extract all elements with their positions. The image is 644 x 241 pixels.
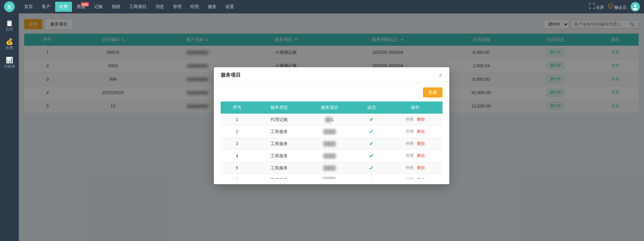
svg-text:V: V <box>610 5 612 8</box>
status-check-icon: ✔ <box>369 129 374 134</box>
modal-cell-action: 停用 删除 <box>388 174 443 179</box>
modal-cell-status: ✔ <box>355 138 388 150</box>
modal-col-status: 状态 <box>355 102 388 114</box>
avatar[interactable] <box>631 2 640 11</box>
modal-cell-type: 工商服务 <box>254 138 304 150</box>
vip-label[interactable]: V 畅会员 <box>608 3 627 10</box>
stop-button[interactable]: 停用 <box>406 165 414 170</box>
nav-bookkeeping[interactable]: 记账 <box>90 2 107 12</box>
modal-cell-action: 停用 删除 <box>388 150 443 162</box>
modal-cell-seq: 2 <box>221 126 254 138</box>
list-item: 4 工商服务 ████ ✔ 停用 删除 <box>221 150 443 162</box>
status-check-icon: ✔ <box>369 141 374 147</box>
modal-cell-seq: 4 <box>221 150 254 162</box>
list-item: 6 工商服务 ████ ✔ 停用 删除 <box>221 174 443 179</box>
status-check-icon: ✔ <box>369 153 374 159</box>
nav-message[interactable]: 消息 <box>151 2 168 12</box>
billing-icon: 💰 <box>6 39 13 45</box>
list-item: 2 工商服务 ████ ✔ 停用 删除 <box>221 126 443 138</box>
reconcile-icon: 📊 <box>6 57 13 63</box>
modal-cell-item: ████ <box>304 174 355 179</box>
modal-table: 序号 服务类型 服务项目 状态 操作 1 代理记账 ██1 ✔ <box>221 102 443 179</box>
modal-cell-item: ████ <box>304 150 355 162</box>
nav-invoice[interactable]: 票据 new <box>73 2 89 12</box>
service-items-modal: 服务项目 × 新建 序号 服务类型 服务项目 <box>214 67 449 184</box>
status-check-icon: ✔ <box>369 165 374 171</box>
modal-cell-status: ✔ <box>355 162 388 174</box>
modal-cell-action: 停用 删除 <box>388 126 443 138</box>
sidebar-item-contract[interactable]: 📋 合同 <box>1 17 18 35</box>
modal-cell-item: ████ <box>304 138 355 150</box>
nav-customer[interactable]: 客户 <box>38 2 54 12</box>
svg-rect-7 <box>589 7 590 9</box>
list-item: 1 代理记账 ██1 ✔ 停用 删除 <box>221 114 443 126</box>
stop-button[interactable]: 停用 <box>406 129 414 134</box>
modal-cell-type: 代理记账 <box>254 114 304 126</box>
modal-cell-status: ✔ <box>355 150 388 162</box>
modal-cell-action: 停用 删除 <box>388 162 443 174</box>
svg-point-12 <box>634 4 637 7</box>
nav-home[interactable]: 首页 <box>20 2 37 12</box>
svg-rect-5 <box>594 3 595 5</box>
modal-cell-seq: 6 <box>221 174 254 179</box>
app-logo: 云 <box>4 1 15 12</box>
stop-button[interactable]: 停用 <box>406 153 414 158</box>
modal-close-button[interactable]: × <box>439 72 443 78</box>
modal-body: 新建 序号 服务类型 服务项目 状态 操作 <box>214 82 449 184</box>
svg-point-13 <box>633 8 638 10</box>
delete-button[interactable]: 删除 <box>417 129 425 134</box>
modal-cell-type: 工商服务 <box>254 162 304 174</box>
list-item: 5 工商服务 ████ ✔ 停用 删除 <box>221 162 443 174</box>
modal-cell-type: 工商服务 <box>254 126 304 138</box>
sidebar-item-reconcile[interactable]: 📊 对账单 <box>1 54 18 72</box>
sidebar-item-billing[interactable]: 💰 收费 <box>1 36 18 53</box>
fullscreen-btn[interactable]: 全屏 <box>589 3 604 10</box>
nav-tax[interactable]: 报税 <box>108 2 124 12</box>
modal-cell-seq: 3 <box>221 138 254 150</box>
modal-cell-status: ✔ <box>355 126 388 138</box>
nav-operation[interactable]: 经营 <box>186 2 203 12</box>
modal-cell-seq: 1 <box>221 114 254 126</box>
nav-items: 首页 客户 收费 票据 new 记账 报税 工商项目 消息 管理 经营 服务 设… <box>20 2 589 12</box>
nav-settings[interactable]: 设置 <box>221 2 238 12</box>
modal-title: 服务项目 <box>221 72 241 78</box>
contract-icon: 📋 <box>6 20 13 26</box>
modal-toolbar: 新建 <box>221 87 443 97</box>
modal-cell-action: 停用 删除 <box>388 138 443 150</box>
stop-button[interactable]: 停用 <box>406 117 414 122</box>
svg-text:云: 云 <box>7 4 12 9</box>
nav-billing[interactable]: 收费 <box>55 2 72 12</box>
modal-header: 服务项目 × <box>214 67 449 82</box>
nav-manage[interactable]: 管理 <box>169 2 186 12</box>
delete-button[interactable]: 删除 <box>417 177 425 179</box>
status-check-icon: ✔ <box>369 177 374 179</box>
modal-cell-type: 工商服务 <box>254 150 304 162</box>
delete-button[interactable]: 删除 <box>417 165 425 170</box>
modal-cell-item: ████ <box>304 126 355 138</box>
svg-rect-3 <box>589 3 590 5</box>
modal-col-type: 服务类型 <box>254 102 304 114</box>
modal-new-button[interactable]: 新建 <box>423 87 443 97</box>
status-check-icon: ✔ <box>369 117 374 122</box>
stop-button[interactable]: 停用 <box>406 141 414 146</box>
modal-col-item: 服务项目 <box>304 102 355 114</box>
modal-cell-status: ✔ <box>355 114 388 126</box>
sidebar: 📋 合同 💰 收费 📊 对账单 <box>0 13 19 241</box>
delete-button[interactable]: 删除 <box>417 117 425 122</box>
delete-button[interactable]: 删除 <box>417 153 425 158</box>
modal-overlay: 服务项目 × 新建 序号 服务类型 服务项目 <box>19 13 644 241</box>
modal-cell-seq: 5 <box>221 162 254 174</box>
svg-rect-8 <box>593 8 595 9</box>
modal-scroll-area[interactable]: 序号 服务类型 服务项目 状态 操作 1 代理记账 ██1 ✔ <box>221 102 443 179</box>
list-item: 3 工商服务 ████ ✔ 停用 删除 <box>221 138 443 150</box>
modal-col-seq: 序号 <box>221 102 254 114</box>
nav-business[interactable]: 工商项目 <box>125 2 151 12</box>
nav-service[interactable]: 服务 <box>204 2 221 12</box>
modal-cell-action: 停用 删除 <box>388 114 443 126</box>
delete-button[interactable]: 删除 <box>417 141 425 146</box>
top-navigation: 云 首页 客户 收费 票据 new 记账 报税 工商项目 消息 管理 经营 服务… <box>0 0 644 13</box>
new-badge: new <box>81 2 89 6</box>
stop-button[interactable]: 停用 <box>406 177 414 179</box>
modal-cell-status: ✔ <box>355 174 388 179</box>
modal-cell-item: ██1 <box>304 114 355 126</box>
